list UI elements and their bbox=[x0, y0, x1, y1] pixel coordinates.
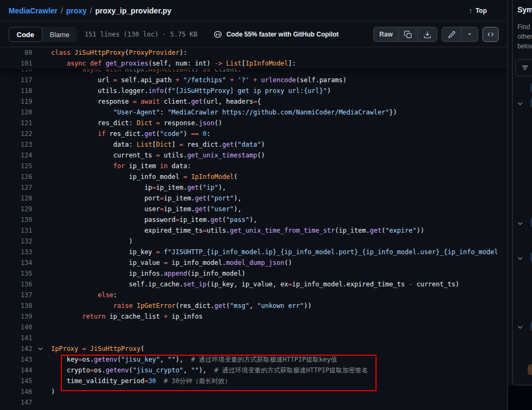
breadcrumb-folder-link[interactable]: proxy bbox=[66, 6, 87, 15]
line-number[interactable]: 129 bbox=[0, 204, 32, 214]
breadcrumb-separator: / bbox=[58, 6, 66, 15]
code-text: url = self.api_path + "/fetchips" + '?' … bbox=[51, 75, 346, 85]
tab-blame[interactable]: Blame bbox=[42, 27, 77, 42]
gutter bbox=[32, 96, 51, 107]
line-number[interactable]: 122 bbox=[0, 128, 32, 139]
breadcrumb-repo-link[interactable]: MediaCrawler bbox=[9, 6, 58, 15]
copy-button[interactable] bbox=[398, 27, 417, 41]
gutter bbox=[32, 268, 51, 279]
symbols-sidebar: Symbols Find definitions and references … bbox=[507, 0, 532, 410]
code-line: 127 ip=ip_item.get("ip"), bbox=[0, 182, 507, 193]
line-number[interactable]: 132 bbox=[0, 236, 32, 247]
code-text: response = await client.get(url, headers… bbox=[51, 96, 261, 107]
code-line: 137 else: bbox=[0, 290, 507, 300]
gutter bbox=[32, 279, 51, 290]
gutter bbox=[32, 247, 51, 257]
code-line: 139 return ip_cache_list + ip_infos bbox=[0, 311, 507, 322]
line-number[interactable]: 145 bbox=[0, 376, 32, 386]
code-line: 147 bbox=[0, 397, 507, 408]
symbols-filter-button[interactable] bbox=[515, 59, 532, 76]
line-number[interactable]: 140 bbox=[0, 322, 32, 333]
line-number[interactable]: 128 bbox=[0, 193, 32, 204]
raw-copy-download-group: Raw bbox=[373, 27, 437, 42]
line-number[interactable]: 126 bbox=[0, 171, 32, 182]
line-number[interactable]: 127 bbox=[0, 182, 32, 193]
gutter bbox=[32, 365, 51, 376]
fold-chevron-icon[interactable] bbox=[32, 343, 51, 354]
line-number[interactable]: 143 bbox=[0, 354, 32, 365]
line-number[interactable]: 120 bbox=[0, 107, 32, 118]
gutter bbox=[32, 193, 51, 204]
code-text: user=ip_item.get("user"), bbox=[51, 204, 242, 214]
line-number[interactable]: 134 bbox=[0, 257, 32, 268]
code-line: 126 ip_info_model = IpInfoModel( bbox=[0, 171, 507, 182]
gutter bbox=[32, 386, 51, 397]
code-text: utils.logger.info(f"[JiSuHttpProxy] get … bbox=[51, 85, 331, 96]
symbol-expand-chevron-icon[interactable] bbox=[517, 323, 523, 333]
line-number[interactable]: 80 bbox=[0, 47, 32, 58]
pencil-icon bbox=[448, 31, 456, 39]
line-number[interactable]: 118 bbox=[0, 85, 32, 96]
breadcrumb-separator: / bbox=[87, 6, 95, 15]
line-number[interactable]: 142 bbox=[0, 343, 32, 354]
gutter bbox=[32, 257, 51, 268]
line-number[interactable]: 125 bbox=[0, 161, 32, 171]
edit-dropdown-button[interactable] bbox=[461, 27, 478, 41]
gutter bbox=[32, 311, 51, 322]
code-line: 124 current_ts = utils.get_unix_timestam… bbox=[0, 150, 507, 161]
code-line: 138 raise IpGetError(res_dict.get("msg",… bbox=[0, 300, 507, 311]
line-number[interactable]: 139 bbox=[0, 311, 32, 322]
symbol-expand-chevron-icon[interactable] bbox=[517, 99, 523, 109]
code-view: 116 async with httpx.AsyncClient() as cl… bbox=[0, 47, 507, 410]
code-lines: 116 async with httpx.AsyncClient() as cl… bbox=[0, 64, 507, 408]
code-text: key=os.getenv("jisu_key", ""), # 通过环境变量的… bbox=[51, 354, 337, 365]
tab-code[interactable]: Code bbox=[9, 27, 42, 42]
line-number[interactable]: 144 bbox=[0, 365, 32, 376]
symbols-description-line: Find definitions and references for func… bbox=[517, 22, 532, 32]
line-number[interactable]: 133 bbox=[0, 247, 32, 257]
symbols-toggle-button[interactable] bbox=[483, 27, 499, 42]
line-number[interactable]: 135 bbox=[0, 268, 32, 279]
code-line: 122 if res_dict.get("code") == 0: bbox=[0, 128, 507, 139]
symbol-expand-chevron-icon[interactable] bbox=[517, 219, 523, 229]
copilot-banner[interactable]: Code 55% faster with GitHub Copilot bbox=[214, 30, 339, 39]
code-line: 80class JiSuHttpProxy(ProxyProvider): bbox=[0, 47, 507, 58]
gutter bbox=[32, 322, 51, 333]
symbols-panel-title: Symbols bbox=[517, 5, 532, 14]
line-number[interactable]: 137 bbox=[0, 290, 32, 300]
filter-icon bbox=[521, 64, 529, 71]
code-line: 118 utils.logger.info(f"[JiSuHttpProxy] … bbox=[0, 85, 507, 96]
line-number[interactable]: 119 bbox=[0, 96, 32, 107]
line-number[interactable]: 136 bbox=[0, 279, 32, 290]
raw-button[interactable]: Raw bbox=[374, 27, 398, 41]
line-number[interactable]: 131 bbox=[0, 225, 32, 236]
line-number[interactable]: 130 bbox=[0, 214, 32, 225]
line-number[interactable]: 141 bbox=[0, 333, 32, 343]
line-number[interactable]: 117 bbox=[0, 75, 32, 85]
symbol-kind-badge[interactable] bbox=[528, 364, 532, 375]
gutter bbox=[32, 354, 51, 365]
download-button[interactable] bbox=[417, 27, 437, 41]
line-number[interactable]: 147 bbox=[0, 397, 32, 408]
gutter bbox=[32, 128, 51, 139]
line-number[interactable]: 123 bbox=[0, 139, 32, 150]
gutter bbox=[32, 75, 51, 85]
line-number[interactable]: 121 bbox=[0, 118, 32, 128]
code-text: res_dict: Dict = response.json() bbox=[51, 118, 222, 128]
code-text: port=ip_item.get("port"), bbox=[51, 193, 242, 204]
code-line: 128 port=ip_item.get("port"), bbox=[0, 193, 507, 204]
line-number[interactable]: 124 bbox=[0, 150, 32, 161]
line-number[interactable]: 138 bbox=[0, 300, 32, 311]
line-number[interactable]: 101 bbox=[0, 58, 32, 69]
gutter bbox=[32, 397, 51, 408]
gutter bbox=[32, 161, 51, 171]
line-number[interactable]: 146 bbox=[0, 386, 32, 397]
code-text: raise IpGetError(res_dict.get("msg", "un… bbox=[51, 300, 311, 311]
code-text: self.ip_cache.set_ip(ip_key, ip_value, e… bbox=[51, 279, 459, 290]
code-text: password=ip_item.get("pass"), bbox=[51, 214, 257, 225]
edit-button[interactable] bbox=[442, 27, 461, 41]
gutter bbox=[32, 333, 51, 343]
gutter bbox=[32, 150, 51, 161]
symbol-expand-chevron-icon[interactable] bbox=[517, 254, 523, 264]
back-to-top-button[interactable]: ↑ Top bbox=[469, 6, 499, 15]
